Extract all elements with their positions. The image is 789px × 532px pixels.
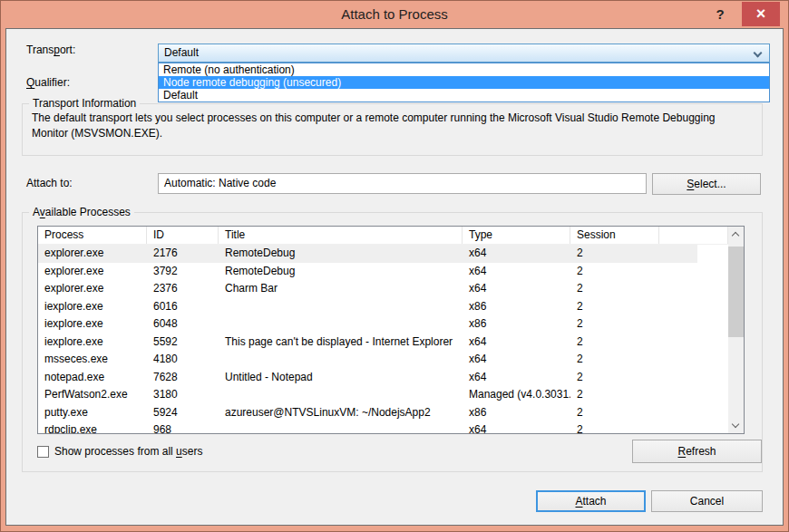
cell-id: 2376 — [147, 280, 219, 297]
cell-type: x64 — [463, 280, 570, 297]
cell-type: x64 — [463, 421, 570, 433]
process-list: ProcessIDTitleTypeSession explorer.exe21… — [37, 226, 745, 434]
help-icon: ? — [716, 6, 724, 22]
cell-id: 3180 — [147, 386, 219, 403]
cell-process: explorer.exe — [38, 280, 147, 297]
dropdown-option[interactable]: Default — [159, 89, 769, 102]
show-all-users-label[interactable]: Show processes from all users — [54, 445, 202, 458]
cell-title: Untitled - Notepad — [219, 369, 463, 386]
table-row[interactable]: notepad.exe7628Untitled - Notepadx642 — [38, 369, 697, 387]
column-header-id[interactable]: ID — [147, 227, 219, 244]
cell-type: x86 — [463, 404, 570, 421]
attach-button[interactable]: Attach — [536, 490, 646, 512]
table-row[interactable]: iexplore.exe5592This page can't be displ… — [38, 334, 697, 352]
transport-dropdown: Remote (no authentication)Node remote de… — [158, 63, 770, 102]
cell-session: 2 — [570, 280, 659, 297]
chevron-down-icon — [754, 49, 763, 58]
transport-information-title: Transport Information — [29, 97, 140, 110]
column-header-title[interactable]: Title — [219, 227, 463, 244]
transport-combobox[interactable]: Default — [158, 44, 770, 63]
cell-type: x86 — [463, 315, 570, 333]
table-row[interactable]: explorer.exe3792RemoteDebugx642 — [38, 263, 697, 281]
cell-process: iexplore.exe — [38, 334, 147, 351]
attach-to-value: Automatic: Native code — [164, 177, 276, 189]
cell-type: x64 — [463, 351, 570, 368]
cell-process: notepad.exe — [38, 369, 147, 386]
table-row[interactable]: msseces.exe4180x642 — [38, 351, 697, 369]
cell-session: 2 — [570, 298, 659, 315]
cell-type: Managed (v4.0.3031... — [463, 386, 570, 403]
cell-title: RemoteDebug — [219, 263, 463, 280]
cell-process: iexplore.exe — [38, 315, 147, 333]
process-table-body: explorer.exe2176RemoteDebugx642explorer.… — [38, 245, 728, 433]
cell-type: x64 — [463, 334, 570, 351]
attach-to-label: Attach to: — [26, 177, 73, 189]
dropdown-option[interactable]: Remote (no authentication) — [159, 63, 769, 76]
transport-information-text-line2: Monitor (MSVSMON.EXE). — [32, 126, 753, 141]
table-row[interactable]: PerfWatson2.exe3180Managed (v4.0.3031...… — [38, 386, 697, 404]
cell-type: x64 — [463, 245, 570, 262]
cell-process: PerfWatson2.exe — [38, 386, 147, 403]
cell-id: 7628 — [147, 369, 219, 386]
cell-type: x64 — [463, 263, 570, 280]
cell-title: RemoteDebug — [219, 245, 463, 262]
cell-process: explorer.exe — [38, 245, 147, 262]
attach-to-field[interactable]: Automatic: Native code — [158, 173, 647, 194]
column-header-filler — [659, 227, 728, 244]
table-row[interactable]: rdpclip.exe968x642 — [38, 421, 697, 433]
refresh-button[interactable]: Refresh — [632, 440, 762, 463]
column-header-process[interactable]: Process — [38, 227, 147, 244]
cell-id: 6016 — [147, 298, 219, 315]
cell-type: x86 — [463, 298, 570, 315]
cell-session: 2 — [570, 245, 659, 262]
cell-id: 3792 — [147, 263, 219, 280]
dropdown-option[interactable]: Node remote debugging (unsecured) — [159, 76, 769, 89]
attach-to-process-dialog: Attach to Process ? × Transport: Default… — [0, 0, 789, 532]
cell-process: msseces.exe — [38, 351, 147, 368]
cell-process: putty.exe — [38, 404, 147, 421]
cell-id: 4180 — [147, 351, 219, 368]
close-icon: × — [756, 5, 766, 23]
cell-id: 2176 — [147, 245, 219, 262]
cell-id: 968 — [147, 421, 219, 433]
cell-process: iexplore.exe — [38, 298, 147, 315]
cell-session: 2 — [570, 263, 659, 280]
cell-type: x64 — [463, 369, 570, 386]
cell-title: Charm Bar — [219, 280, 463, 297]
scrollbar-thumb[interactable] — [728, 247, 744, 337]
cell-id: 6048 — [147, 315, 219, 333]
column-header-type[interactable]: Type — [463, 227, 570, 244]
table-row[interactable]: putty.exe5924azureuser@NTVSLinuxVM: ~/No… — [38, 404, 697, 422]
cell-session: 2 — [570, 421, 659, 433]
table-row[interactable]: explorer.exe2376Charm Barx642 — [38, 280, 697, 298]
cell-session: 2 — [570, 334, 659, 351]
cell-session: 2 — [570, 315, 659, 333]
column-header-session[interactable]: Session — [570, 227, 659, 244]
table-row[interactable]: explorer.exe2176RemoteDebugx642 — [38, 245, 697, 263]
available-processes-title: Available Processes — [29, 206, 134, 218]
select-button[interactable]: Select... — [652, 173, 761, 195]
cell-title: This page can't be displayed - Internet … — [219, 334, 463, 351]
table-row[interactable]: iexplore.exe6016x862 — [38, 298, 697, 316]
cell-process: rdpclip.exe — [38, 421, 147, 433]
vertical-scrollbar[interactable] — [728, 227, 744, 433]
titlebar[interactable]: Attach to Process ? × — [1, 1, 788, 28]
cell-title: azureuser@NTVSLinuxVM: ~/NodejsApp2 — [219, 404, 463, 421]
scrollbar-up-icon[interactable] — [728, 227, 744, 242]
cell-id: 5592 — [147, 334, 219, 351]
close-button[interactable]: × — [742, 2, 780, 26]
transport-label: Transport: — [26, 44, 75, 56]
transport-information-group: Transport Information The default transp… — [22, 103, 763, 156]
cell-session: 2 — [570, 351, 659, 368]
scrollbar-down-icon[interactable] — [728, 418, 744, 433]
cancel-button[interactable]: Cancel — [651, 490, 763, 512]
cell-process: explorer.exe — [38, 263, 147, 280]
cell-session: 2 — [570, 386, 659, 403]
table-row[interactable]: iexplore.exe6048x862 — [38, 315, 697, 334]
cell-id: 5924 — [147, 404, 219, 421]
dialog-client-area: Transport: Default Remote (no authentica… — [5, 28, 784, 526]
help-button[interactable]: ? — [708, 1, 732, 27]
qualifier-label: Qualifier: — [26, 76, 70, 89]
transport-information-text-line1: The default transport lets you select pr… — [32, 111, 753, 126]
show-all-users-checkbox[interactable] — [37, 446, 49, 458]
